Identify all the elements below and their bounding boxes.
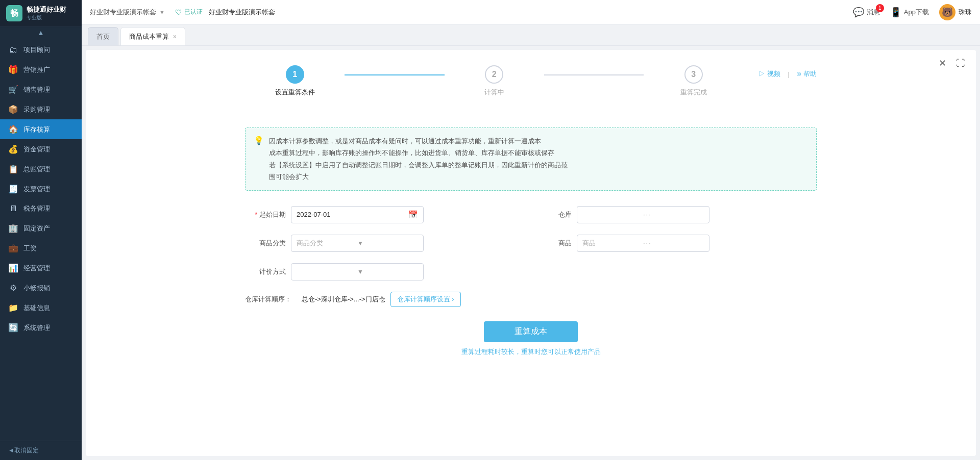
info-line-1: 因成本计算参数调整，或是对商品成本有疑问时，可以通过成本重算功能，重新计算一遍成… [269, 135, 568, 147]
warehouse-select-wrap[interactable]: ··· [577, 206, 709, 223]
form-left-pricing: 计价方式 ▼ [245, 263, 531, 280]
category-value: 商品分类 [297, 239, 357, 248]
sidebar-item-sales[interactable]: 🛒 销售管理 [0, 80, 82, 99]
sidebar-item-operation[interactable]: 📊 经营管理 [0, 258, 82, 278]
pricing-select-wrap[interactable]: ▼ [291, 263, 424, 280]
sidebar-item-purchase[interactable]: 📦 采购管理 [0, 99, 82, 119]
warehouse-order-setting-button[interactable]: 仓库计算顺序设置 › [390, 292, 461, 307]
info-box: 💡 因成本计算参数调整，或是对商品成本有疑问时，可以通过成本重算功能，重新计算一… [245, 127, 817, 191]
project-icon: 🗂 [8, 45, 18, 55]
sidebar-item-label: 发票管理 [23, 185, 50, 194]
assets-icon: 🏢 [8, 223, 18, 233]
info-icon: 💡 [254, 136, 264, 183]
app-download-button[interactable]: 📱 App下载 [890, 7, 929, 18]
inventory-icon: 🏠 [8, 124, 18, 134]
app-logo: 畅 [6, 5, 22, 21]
sidebar-nav: 🗂 项目顾问 🎁 营销推广 🛒 销售管理 📦 采购管理 🏠 库存核算 💰 资金管… [0, 38, 82, 441]
stepper-line-1 [345, 74, 444, 75]
finance-icon: 💰 [8, 144, 18, 154]
sidebar-item-finance[interactable]: 💰 资金管理 [0, 139, 82, 159]
recalc-button[interactable]: 重算成本 [484, 321, 578, 342]
step-3-label: 重算完成 [680, 88, 707, 97]
recalc-section: 重算成本 重算过程耗时较长，重算时您可以正常使用产品 [245, 321, 817, 356]
tax-icon: 🖥 [8, 204, 18, 213]
app-download-label: App下载 [904, 8, 929, 17]
sidebar-item-label: 总账管理 [23, 165, 50, 174]
help-link[interactable]: ⊙ 帮助 [796, 69, 817, 79]
mobile-icon: 📱 [890, 7, 901, 18]
sidebar-item-expense[interactable]: ⚙ 小畅报销 [0, 278, 82, 298]
warehouse-order-label: 仓库计算顺序： [245, 295, 297, 304]
category-select-wrap[interactable]: 商品分类 ▼ [291, 235, 424, 252]
message-button[interactable]: 💬 消息 1 [853, 7, 880, 18]
notification-badge: 1 [876, 4, 884, 12]
app-title: 畅捷通好业财 [27, 5, 66, 14]
tab-home[interactable]: 首页 [88, 27, 118, 45]
sidebar-item-label: 小畅报销 [23, 284, 50, 293]
tab-home-label: 首页 [96, 32, 110, 41]
message-icon: 💬 [853, 7, 864, 18]
step-1-number: 1 [292, 70, 297, 79]
step-2-circle: 2 [485, 65, 503, 84]
account-select-label: 好业财专业版演示帐套 [90, 8, 156, 17]
sidebar-item-marketing[interactable]: 🎁 营销推广 [0, 60, 82, 80]
info-text: 因成本计算参数调整，或是对商品成本有疑问时，可以通过成本重算功能，重新计算一遍成… [269, 135, 568, 183]
username: 珠珠 [959, 8, 972, 17]
goods-label: 商品 [531, 239, 577, 248]
marketing-icon: 🎁 [8, 65, 18, 74]
start-date-input-wrap[interactable]: 📅 [291, 206, 424, 223]
warehouse-order-btn-label: 仓库计算顺序设置 › [397, 295, 454, 304]
sidebar-unpin[interactable]: ◄取消固定 [0, 441, 82, 460]
topbar: 好业财专业版演示帐套 ▼ 🛡 已认证 好业财专业版演示帐套 💬 消息 1 📱 A… [82, 0, 980, 24]
stepper-line-2 [544, 74, 644, 75]
warehouse-order-row: 仓库计算顺序： 总仓->深圳仓库->...->门店仓 仓库计算顺序设置 › [245, 292, 817, 307]
sidebar-item-assets[interactable]: 🏢 固定资产 [0, 218, 82, 238]
sidebar-scroll-up[interactable]: ▲ [0, 27, 82, 38]
form-left-date: 起始日期 📅 [245, 206, 531, 223]
sidebar-item-accounting[interactable]: 📋 总账管理 [0, 159, 82, 179]
sidebar-item-project[interactable]: 🗂 项目顾问 [0, 40, 82, 60]
step-1: 1 设置重算条件 [245, 65, 345, 97]
app-title-block: 畅捷通好业财 专业版 [27, 5, 66, 21]
calendar-icon[interactable]: 📅 [408, 210, 418, 219]
verify-label: 已认证 [184, 8, 203, 16]
sidebar-item-invoice[interactable]: 🧾 发票管理 [0, 179, 82, 199]
goods-select-wrap[interactable]: 商品 ··· [577, 235, 709, 252]
sidebar-item-payroll[interactable]: 💼 工资 [0, 238, 82, 258]
sidebar-item-label: 营销推广 [23, 65, 50, 74]
pricing-label: 计价方式 [245, 267, 291, 276]
user-menu[interactable]: 🐻 珠珠 [939, 4, 972, 20]
sidebar-item-label: 库存核算 [23, 125, 50, 134]
inner-content: 1 设置重算条件 2 计算中 [225, 50, 837, 372]
warehouse-order-value: 总仓->深圳仓库->...->门店仓 [302, 295, 385, 304]
warehouse-dots-icon[interactable]: ··· [643, 211, 704, 218]
step-3-circle: 3 [684, 65, 703, 84]
goods-dots-icon[interactable]: ··· [643, 239, 704, 247]
form-right-goods: 商品 商品 ··· [531, 235, 817, 252]
close-page-button[interactable]: ✕ [935, 56, 949, 70]
invoice-icon: 🧾 [8, 184, 18, 194]
sidebar-item-label: 固定资产 [23, 224, 50, 233]
step-2: 2 计算中 [445, 65, 544, 97]
expand-page-button[interactable]: ⛶ [953, 56, 968, 70]
sidebar-item-label: 采购管理 [23, 105, 50, 114]
category-chevron-icon: ▼ [357, 240, 418, 247]
step-1-circle: 1 [286, 65, 304, 84]
help-links: ▷ 视频 | ⊙ 帮助 [758, 69, 817, 79]
step-2-number: 2 [492, 70, 497, 79]
start-date-input[interactable] [297, 211, 408, 218]
tab-recalc[interactable]: 商品成本重算 × [120, 27, 185, 45]
avatar: 🐻 [939, 4, 955, 20]
page-content: ✕ ⛶ 1 设置重算条件 [86, 50, 976, 456]
tab-recalc-close[interactable]: × [173, 33, 177, 40]
sidebar-item-inventory[interactable]: 🏠 库存核算 [0, 119, 82, 139]
category-label: 商品分类 [245, 239, 291, 248]
step-3: 3 重算完成 [644, 65, 743, 97]
sidebar-item-system[interactable]: 🔄 系统管理 [0, 318, 82, 338]
verified-account-name: 好业财专业版演示帐套 [209, 8, 275, 17]
recalc-button-label: 重算成本 [514, 327, 547, 336]
video-link[interactable]: ▷ 视频 [758, 69, 780, 79]
sidebar-item-tax[interactable]: 🖥 税务管理 [0, 199, 82, 218]
sidebar-item-basic[interactable]: 📁 基础信息 [0, 298, 82, 318]
account-selector[interactable]: 好业财专业版演示帐套 ▼ [90, 8, 165, 17]
